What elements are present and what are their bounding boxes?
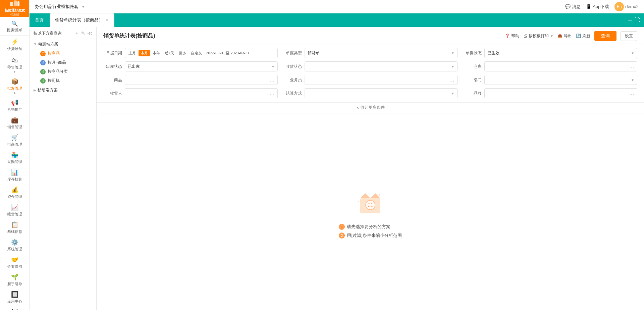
out-status-select[interactable]: 已出库 ▼: [125, 61, 278, 71]
search-menu[interactable]: 🔍 搜索菜单: [0, 17, 29, 36]
sidebar-item-appcenter[interactable]: 🔲 应用中心: [0, 288, 29, 306]
filter-panel-title: 按以下方案查询: [34, 31, 62, 36]
app-logo: 畅捷通好生意 标准版: [0, 0, 30, 17]
tree-child-category[interactable]: 按 按商品分类: [30, 67, 96, 76]
workspace-name: 办公用品行业模拟账套: [35, 4, 78, 10]
tab-sales-report-label: 销货单统计表（按商品）: [55, 17, 103, 23]
search-menu-label: 搜索菜单: [7, 28, 23, 33]
help-button[interactable]: ❓ 帮助: [505, 33, 519, 39]
collapse-panel-icon[interactable]: ≪: [87, 31, 92, 36]
filter-panel-header: 按以下方案查询 ＋ ✎ ≪: [30, 27, 96, 39]
message-button[interactable]: 💬 消息: [565, 4, 581, 10]
date-selector[interactable]: 上月 本月 本年 近7天 更多 自定义 2023-03-01 至 2023-03…: [125, 48, 278, 58]
app-logo-text: 畅捷通好生意: [5, 8, 25, 13]
svg-rect-0: [10, 2, 13, 6]
finance-icon: 💰: [11, 186, 18, 194]
tab-sales-report[interactable]: 销货单统计表（按商品） ✕: [50, 13, 114, 27]
sidebar-item-retail[interactable]: 🛍 零售管理 ▼: [0, 54, 29, 75]
sidebar-item-finance[interactable]: 💰 资金管理: [0, 184, 29, 201]
sidebar-item-sales[interactable]: 💼 销售管理: [0, 114, 29, 131]
marketing-label: 营销推广: [7, 107, 22, 112]
tab-home[interactable]: 首页: [30, 13, 49, 27]
field-warehouse: 仓库 …: [463, 61, 637, 71]
tab-maximize-icon[interactable]: ⛶: [635, 17, 640, 23]
date-label: 单据日期: [103, 50, 122, 56]
field-out-status: 出库状态 已出库 ▼: [103, 61, 278, 71]
payment-label: 结算方式: [283, 91, 302, 96]
tree-desktop-parent[interactable]: ▼ 电脑端方案: [30, 39, 96, 49]
tree-mobile-arrow: ▶: [34, 88, 36, 92]
refresh-button[interactable]: 🔄 刷新: [576, 33, 590, 39]
tree-child-goods[interactable]: 按 按商品: [30, 49, 96, 58]
salesperson-input[interactable]: …: [305, 75, 458, 85]
print-button[interactable]: 🖨 按模板打印 ▼: [523, 33, 553, 39]
sidebar-item-collab[interactable]: 🤝 企业协同: [0, 253, 29, 271]
basic-label: 基础信息: [7, 229, 22, 234]
app-download-button[interactable]: 📱 App下载: [586, 4, 609, 10]
doc-type-label: 单据类型: [283, 50, 302, 56]
tree-mobile-parent[interactable]: ▶ 移动端方案: [30, 85, 96, 95]
operations-icon: 📈: [11, 204, 18, 211]
add-scheme-icon[interactable]: ＋: [74, 30, 79, 36]
warehouse-input[interactable]: …: [484, 61, 637, 71]
date-tab-this-year[interactable]: 本年: [151, 50, 162, 56]
department-select[interactable]: ▼: [484, 75, 637, 85]
edit-scheme-icon[interactable]: ✎: [81, 31, 85, 36]
sidebar-item-basic[interactable]: 📋 基础信息: [0, 218, 29, 236]
receipt-status-select[interactable]: ▼: [305, 61, 458, 71]
appcenter-label: 应用中心: [7, 299, 22, 304]
brand-more-icon[interactable]: …: [629, 90, 634, 96]
category-icon: 按: [40, 69, 46, 74]
sidebar-item-ecommerce[interactable]: 🛒 电商管理: [0, 131, 29, 149]
date-tab-custom[interactable]: 自定义: [189, 50, 204, 56]
payment-select[interactable]: ▼: [305, 88, 458, 98]
doc-status-select[interactable]: 已生效 ▼: [484, 48, 637, 58]
sidebar-item-wechat[interactable]: 💬 企业微信: [0, 306, 29, 310]
goods-input[interactable]: …: [125, 75, 278, 85]
message-label: 消息: [572, 4, 581, 10]
doc-type-select[interactable]: 销货单 ▼: [305, 48, 458, 58]
tree-desktop-arrow: ▼: [34, 42, 37, 46]
sidebar-item-newbie[interactable]: 🌱 新手引导: [0, 271, 29, 288]
sidebar-item-quick-nav[interactable]: ⚡ 快捷导航: [0, 36, 29, 53]
receiver-more-icon[interactable]: …: [269, 90, 275, 96]
empty-tip-2: 2 用[过滤]条件来缩小分析范围: [339, 232, 401, 239]
svg-point-5: [379, 194, 380, 196]
goods-more-icon[interactable]: …: [269, 77, 275, 83]
workspace-dropdown-icon[interactable]: ▼: [81, 4, 85, 9]
sidebar-item-operations[interactable]: 📈 经营管理: [0, 201, 29, 218]
tab-minimize-icon[interactable]: ─: [628, 17, 632, 23]
collapse-more-bar[interactable]: ∧ 收起更多条件: [97, 103, 644, 113]
receiver-label: 收货人: [103, 91, 122, 96]
retail-icon: 🛍: [12, 57, 18, 64]
tree-child-month-goods[interactable]: 按 按月+商品: [30, 58, 96, 67]
warehouse-more-icon[interactable]: …: [629, 63, 634, 69]
export-button[interactable]: 📤 导出: [557, 33, 572, 39]
sidebar-item-marketing[interactable]: 📢 营销推广: [0, 96, 29, 114]
user-avatar-button[interactable]: Ea demo2: [614, 2, 639, 11]
date-tab-this-month[interactable]: 本月: [139, 50, 150, 56]
date-tab-more[interactable]: 更多: [177, 50, 188, 56]
sidebar-item-purchase[interactable]: 🏪 采购管理: [0, 149, 29, 166]
sidebar-item-wholesale[interactable]: 📦 批发管理 ▲: [0, 75, 29, 96]
date-tab-last-month[interactable]: 上月: [126, 50, 138, 56]
receiver-input[interactable]: …: [125, 88, 278, 98]
doc-status-value: 已生效: [487, 50, 499, 56]
operations-label: 经营管理: [7, 212, 22, 217]
out-status-label: 出库状态: [103, 64, 122, 69]
tab-close-icon[interactable]: ✕: [106, 18, 109, 22]
sidebar-item-inventory[interactable]: 📊 库存核算: [0, 166, 29, 184]
brand-input[interactable]: …: [484, 88, 637, 98]
refresh-label: 刷新: [582, 33, 590, 39]
salesperson-more-icon[interactable]: …: [449, 77, 454, 83]
filter-panel-icons: ＋ ✎ ≪: [74, 30, 92, 36]
refresh-icon: 🔄: [576, 34, 581, 38]
query-button[interactable]: 查询: [594, 31, 616, 41]
finance-label: 资金管理: [7, 194, 22, 199]
tree-mobile-label: 移动端方案: [38, 87, 58, 93]
empty-tip-1: 1 请先选择要分析的方案: [339, 224, 401, 230]
date-tab-7days[interactable]: 近7天: [163, 50, 176, 56]
tree-child-driver[interactable]: 按 按司机: [30, 76, 96, 85]
sidebar-item-system[interactable]: ⚙️ 系统管理: [0, 236, 29, 253]
settings-button[interactable]: 设置: [621, 31, 637, 41]
